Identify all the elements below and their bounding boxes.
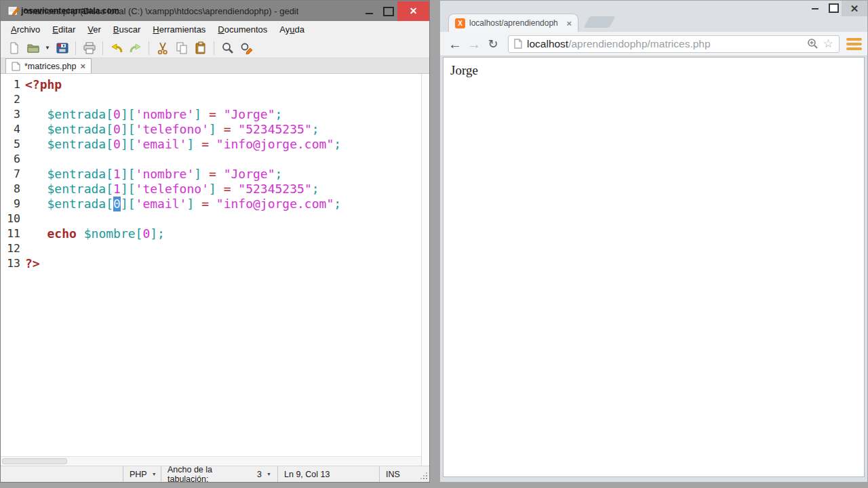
toolbar-undo-button[interactable] [107,39,125,56]
menu-bar-bottom [846,47,862,50]
code-token: 'telefono' [136,122,209,137]
code-editor[interactable]: 1<?php23 $entrada[0]['nombre'] = "Jorge"… [1,74,421,456]
toolbar-save-button[interactable] [53,39,71,56]
toolbar-find-button[interactable] [218,39,237,56]
code-line[interactable]: 11 echo $nombre[0]; [1,226,421,241]
zoom-icon[interactable] [807,38,818,49]
line-number: 3 [1,107,25,122]
url-path: /aprendiendophp/matrices.php [568,38,710,49]
browser-close-button[interactable]: ✕ [842,1,867,16]
code-line[interactable]: 2 [1,92,421,107]
code-line[interactable]: 8 $entrada[1]['telefono'] = "52345235"; [1,182,421,197]
line-number: 9 [1,197,25,211]
browser-tab-close-icon[interactable]: × [566,19,572,28]
browser-tab-title: localhost/aprendiendoph [469,18,562,28]
code-token: "52345235" [238,182,311,197]
code-token [231,122,239,137]
editor-tab-matrices[interactable]: *matrices.php × [5,58,92,73]
maximize-button[interactable] [378,1,397,20]
toolbar-print-button[interactable] [80,39,98,56]
code-line[interactable]: 3 $entrada[0]['nombre'] = "Jorge"; [1,107,421,122]
gedit-menubar: ArchivoEditarVerBuscarHerramientasDocume… [1,21,429,38]
code-line[interactable]: 9 $entrada[0]['email'] = "info@jorge.com… [1,197,421,211]
code-token: ] [209,122,216,137]
browser-maximize-button[interactable] [824,1,842,14]
code-token [25,182,47,197]
code-token: = [201,197,209,211]
toolbar-find-replace-button[interactable] [237,39,256,56]
code-line[interactable]: 10 [1,211,421,226]
close-button[interactable]: ✕ [397,1,429,21]
toolbar-new-document-button[interactable] [5,39,23,56]
code-token [209,137,216,152]
browser-menu-icon[interactable] [846,38,862,50]
code-line[interactable]: 7 $entrada[1]['nombre'] = "Jorge"; [1,167,421,182]
toolbar-paste-button[interactable] [191,39,210,56]
toolbar-cut-button[interactable] [153,39,172,56]
reload-button[interactable]: ↻ [484,38,502,50]
input-mode[interactable]: INS [379,466,418,482]
line-number: 7 [1,167,25,182]
code-token: ] [194,107,201,122]
menu-ayuda[interactable]: Ayuda [273,22,311,37]
code-token [25,197,47,211]
code-token: ] [186,137,194,152]
code-token: <?php [25,77,62,92]
code-line[interactable]: 12 [1,241,421,256]
forward-button[interactable]: → [465,37,484,51]
code-token [25,167,47,182]
toolbar-separator [149,41,149,55]
cursor-position: Ln 9, Col 13 [277,466,379,482]
tab-width-selector[interactable]: Ancho de la tabulación: 3 [161,466,277,482]
menu-editar[interactable]: Editar [46,22,81,37]
toolbar-open-folder-button[interactable] [24,39,42,56]
gedit-titlebar[interactable]: *matrices.php (Disco local (C:) \xampp\h… [1,1,429,21]
watermark-text: josevicentecarratala.com [21,6,119,16]
menu-documentos[interactable]: Documentos [212,22,273,37]
back-button[interactable]: ← [446,37,465,51]
language-selector[interactable]: PHP [123,466,161,482]
address-bar[interactable]: localhost/aprendiendophp/matrices.php ☆ [508,35,840,53]
toolbar-redo-button[interactable] [126,39,144,56]
vertical-scrollbar[interactable] [421,74,429,466]
code-token: 1 [113,167,121,182]
code-token: 'email' [136,137,187,152]
menu-herramientas[interactable]: Herramientas [146,22,212,37]
code-token: $entrada[ [47,137,114,152]
code-token: 1 [113,182,121,197]
code-token [25,137,47,152]
line-number: 6 [1,152,25,167]
code-token [216,167,224,182]
document-icon [12,62,20,71]
resize-grip[interactable] [418,466,429,482]
menu-ver[interactable]: Ver [81,22,107,37]
code-line[interactable]: 13?> [1,256,421,271]
new-tab-button[interactable] [583,16,615,28]
toolbar-copy-button[interactable] [172,39,191,56]
code-line[interactable]: 4 $entrada[0]['telefono'] = "52345235"; [1,122,421,137]
horizontal-scrollbar-thumb[interactable] [2,458,67,464]
code-token: ; [312,182,319,197]
line-number: 11 [1,226,25,241]
menu-archivo[interactable]: Archivo [5,22,46,37]
page-icon [514,39,522,49]
code-token: ][ [121,197,136,211]
minimize-button[interactable] [361,1,378,20]
menu-accelerator: V [87,24,93,35]
toolbar-open-dropdown-arrow[interactable]: ▼ [43,39,52,56]
browser-minimize-button[interactable] [806,1,824,14]
code-token [25,107,47,122]
code-token: 0 [113,122,121,137]
code-line[interactable]: 6 [1,152,421,167]
code-line[interactable]: 1<?php [1,77,421,92]
code-line[interactable]: 5 $entrada[0]['email'] = "info@jorge.com… [1,137,421,152]
tab-close-icon[interactable]: × [80,62,85,70]
gedit-app-icon [7,5,20,16]
gedit-toolbar: ▼ [1,38,429,58]
url-text[interactable]: localhost/aprendiendophp/matrices.php [527,38,802,50]
horizontal-scrollbar[interactable] [1,456,421,466]
browser-viewport[interactable]: Jorge [443,57,865,477]
browser-tab[interactable]: X localhost/aprendiendoph × [448,14,578,32]
menu-buscar[interactable]: Buscar [107,22,146,37]
bookmark-star-icon[interactable]: ☆ [823,38,833,49]
